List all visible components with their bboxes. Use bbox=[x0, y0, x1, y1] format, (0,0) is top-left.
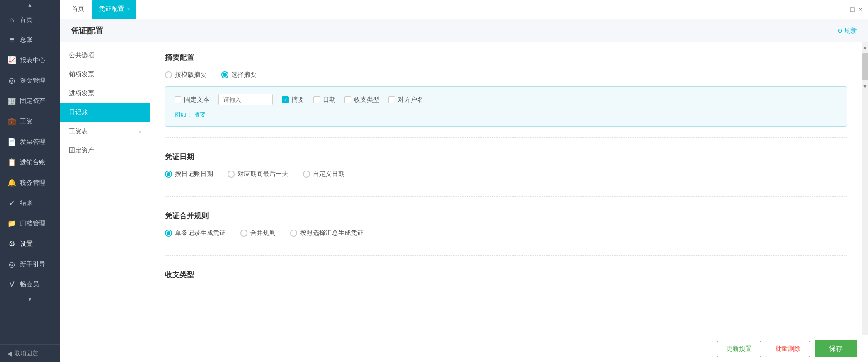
radio-select-summary[interactable]: 选择摘要 bbox=[221, 71, 257, 79]
example-label: 例如： bbox=[175, 111, 192, 118]
checkbox-summary[interactable]: ✓ 摘要 bbox=[282, 96, 304, 104]
sidebar-item-report[interactable]: 📈 报表中心 bbox=[0, 50, 60, 70]
radio-journal-date[interactable]: 按日记账日期 bbox=[165, 170, 213, 178]
home-icon: ⌂ bbox=[7, 16, 16, 24]
checkbox-income-type-box bbox=[344, 96, 351, 103]
tab-close-icon[interactable]: × bbox=[127, 6, 130, 12]
refresh-button[interactable]: ↻ 刷新 bbox=[837, 27, 857, 35]
radio-custom-date[interactable]: 自定义日期 bbox=[303, 170, 344, 178]
example-value: 摘要 bbox=[194, 111, 206, 118]
content-wrapper: 公共选项 销项发票 进项发票 日记账 工资表 › 固定资产 bbox=[60, 42, 868, 335]
minimize-button[interactable]: — bbox=[839, 5, 847, 14]
summary-config-box: 固定文本 ✓ 摘要 日期 bbox=[165, 86, 847, 127]
date-radio-group: 按日记账日期 对应期间最后一天 自定义日期 bbox=[165, 170, 847, 178]
checkbox-fixed-text-box bbox=[175, 96, 181, 103]
update-preview-button[interactable]: 更新预置 bbox=[717, 341, 761, 357]
tab-home[interactable]: 首页 bbox=[65, 0, 91, 19]
invoice-icon: 📄 bbox=[7, 137, 16, 146]
sales-icon: 📋 bbox=[7, 158, 16, 166]
nav-journal[interactable]: 日记账 bbox=[60, 103, 150, 122]
sidebar-item-salary[interactable]: 💼 工资 bbox=[0, 111, 60, 132]
radio-merge-rule[interactable]: 合并规则 bbox=[240, 229, 276, 237]
sidebar-unpin[interactable]: ◀ 取消固定 bbox=[0, 344, 60, 362]
nav-public[interactable]: 公共选项 bbox=[60, 46, 150, 65]
section-income-type-title: 收支类型 bbox=[165, 270, 847, 280]
close-button[interactable]: × bbox=[858, 5, 863, 14]
summary-radio-group: 按模版摘要 选择摘要 bbox=[165, 71, 847, 79]
sidebar-item-settings[interactable]: ⚙ 设置 bbox=[0, 234, 60, 254]
page-header: 凭证配置 ↻ 刷新 bbox=[60, 19, 868, 42]
radio-single-record[interactable]: 单条记录生成凭证 bbox=[165, 229, 226, 237]
summary-example: 例如： 摘要 bbox=[175, 111, 838, 119]
merge-radio-group: 单条记录生成凭证 合并规则 按照选择汇总生成凭证 bbox=[165, 229, 847, 237]
scroll-down-button[interactable]: ▼ bbox=[862, 82, 868, 90]
radio-last-period[interactable]: 对应期间最后一天 bbox=[228, 170, 288, 178]
fixed-text-input[interactable] bbox=[218, 94, 273, 105]
nav-fixed-assets[interactable]: 固定资产 bbox=[60, 141, 150, 160]
section-merge: 凭证合并规则 单条记录生成凭证 合并规则 按照选择汇总生成凭证 bbox=[165, 211, 847, 256]
sidebar-item-guide[interactable]: ◎ 新手引导 bbox=[0, 254, 60, 274]
tax-icon: 🔔 bbox=[7, 178, 16, 187]
checkbox-counterpart-box bbox=[388, 96, 395, 103]
tab-bar: 首页 凭证配置 × — □ × bbox=[60, 0, 868, 19]
archive-icon: 📁 bbox=[7, 219, 16, 228]
section-date: 凭证日期 按日记账日期 对应期间最后一天 自定义日期 bbox=[165, 152, 847, 197]
maximize-button[interactable]: □ bbox=[850, 5, 855, 14]
radio-merge-rule-circle bbox=[240, 230, 247, 237]
radio-select-merge-circle bbox=[290, 230, 297, 237]
chart-icon: ≡ bbox=[7, 36, 16, 44]
radio-last-period-circle bbox=[228, 171, 235, 178]
radio-template-circle bbox=[165, 71, 172, 78]
save-button[interactable]: 保存 bbox=[815, 340, 857, 357]
sidebar-item-assets[interactable]: 🏢 固定资产 bbox=[0, 91, 60, 111]
report-icon: 📈 bbox=[7, 56, 16, 64]
sidebar-item-home[interactable]: ⌂ 首页 bbox=[0, 10, 60, 30]
checkout-icon: ✓ bbox=[7, 199, 16, 207]
nav-purchase-invoice[interactable]: 进项发票 bbox=[60, 84, 150, 103]
sidebar-item-archive[interactable]: 📁 归档管理 bbox=[0, 213, 60, 234]
tab-voucher-config[interactable]: 凭证配置 × bbox=[92, 0, 136, 19]
salary-icon: 💼 bbox=[7, 117, 16, 126]
nav-payroll[interactable]: 工资表 › bbox=[60, 122, 150, 141]
sidebar-item-sales[interactable]: 📋 进销台账 bbox=[0, 152, 60, 172]
sidebar-item-invoice[interactable]: 📄 发票管理 bbox=[0, 132, 60, 152]
sidebar-item-tax[interactable]: 🔔 税务管理 bbox=[0, 172, 60, 193]
page-title: 凭证配置 bbox=[71, 25, 103, 36]
batch-delete-button[interactable]: 批量删除 bbox=[766, 341, 810, 357]
section-income-type: 收支类型 bbox=[165, 270, 847, 299]
checkbox-fixed-text[interactable]: 固定文本 bbox=[175, 96, 209, 104]
radio-template-summary[interactable]: 按模版摘要 bbox=[165, 71, 207, 79]
section-summary: 摘要配置 按模版摘要 选择摘要 bbox=[165, 53, 847, 138]
radio-select-circle bbox=[221, 71, 228, 78]
sidebar-item-member[interactable]: V 畅会员 bbox=[0, 274, 60, 294]
pin-icon: ◀ bbox=[7, 350, 12, 357]
assets-icon: 🏢 bbox=[7, 97, 16, 105]
scroll-up-button[interactable]: ▲ bbox=[862, 43, 868, 51]
outer-scrollbar: ▲ ▼ bbox=[862, 42, 868, 335]
scroll-thumb[interactable] bbox=[862, 53, 868, 80]
sidebar-item-checkout[interactable]: ✓ 结账 bbox=[0, 193, 60, 213]
checkbox-date[interactable]: 日期 bbox=[313, 96, 335, 104]
sidebar-item-ledger[interactable]: ≡ 总账 bbox=[0, 30, 60, 50]
radio-single-record-circle bbox=[165, 230, 172, 237]
sidebar: ▲ ⌂ 首页 ≡ 总账 📈 报表中心 ◎ 资金管理 🏢 固定资产 💼 工资 📄 … bbox=[0, 0, 60, 362]
radio-journal-date-circle bbox=[165, 171, 172, 178]
section-date-title: 凭证日期 bbox=[165, 152, 847, 162]
section-summary-title: 摘要配置 bbox=[165, 53, 847, 63]
sidebar-item-fund[interactable]: ◎ 资金管理 bbox=[0, 70, 60, 91]
right-content: 摘要配置 按模版摘要 选择摘要 bbox=[150, 42, 862, 335]
checkbox-income-type[interactable]: 收支类型 bbox=[344, 96, 379, 104]
nav-sales-invoice[interactable]: 销项发票 bbox=[60, 65, 150, 84]
refresh-icon: ↻ bbox=[837, 27, 843, 34]
checkbox-counterpart[interactable]: 对方户名 bbox=[388, 96, 423, 104]
sidebar-scroll-up[interactable]: ▲ bbox=[0, 0, 60, 10]
radio-select-merge[interactable]: 按照选择汇总生成凭证 bbox=[290, 229, 364, 237]
left-nav: 公共选项 销项发票 进项发票 日记账 工资表 › 固定资产 bbox=[60, 42, 150, 335]
summary-checkbox-row: 固定文本 ✓ 摘要 日期 bbox=[175, 94, 838, 105]
section-merge-title: 凭证合并规则 bbox=[165, 211, 847, 221]
chevron-right-icon: › bbox=[139, 128, 141, 135]
bottom-bar: 更新预置 批量删除 保存 bbox=[60, 335, 868, 362]
sidebar-scroll-down[interactable]: ▼ bbox=[0, 294, 60, 304]
tab-bar-controls: — □ × bbox=[839, 5, 863, 14]
main-area: 首页 凭证配置 × — □ × 凭证配置 ↻ 刷新 公共选项 销项发票 bbox=[60, 0, 868, 362]
